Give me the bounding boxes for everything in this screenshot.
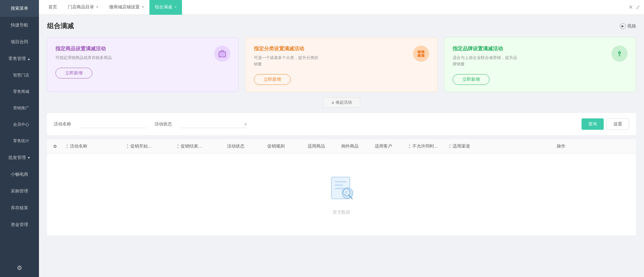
gear-icon: ⚙	[53, 144, 57, 149]
th-promo-start-label: 促销开始...	[130, 143, 151, 149]
th-gear[interactable]: ⚙	[47, 139, 63, 153]
th-action: 操作	[486, 139, 636, 153]
sidebar-item-retail-management[interactable]: 零售管理 ▲	[0, 50, 39, 67]
sidebar-item-label: 快捷导航	[11, 22, 28, 27]
sidebar-item-label: 批发管理	[8, 155, 26, 161]
th-applicable-product: 适用商品	[305, 139, 338, 153]
collapse-label: 收起活动	[336, 100, 352, 105]
tab-home[interactable]: 首页	[43, 0, 62, 15]
brand-activity-card: 指定品牌设置满减活动 适合与上游企业联合做营销，提升品牌销量 立即新增	[444, 37, 636, 92]
th-promo-rule: 促销规则	[265, 139, 305, 153]
close-icon[interactable]: ×	[96, 0, 98, 14]
collapse-bar: ∧ 收起活动	[47, 97, 636, 108]
query-button[interactable]: 查询	[582, 118, 604, 130]
sidebar-item-quick-nav[interactable]: 快捷导航	[0, 17, 39, 34]
sidebar-item-label: 搜索菜单	[11, 6, 28, 11]
th-no-concurrent[interactable]: ▲▼ 不允许同时...	[406, 139, 446, 153]
sidebar-item-label: 库存核算	[11, 205, 28, 210]
close-icon[interactable]: ×	[142, 0, 144, 14]
sidebar-item-label: 智慧门店	[13, 73, 29, 77]
th-activity-name[interactable]: ▲▼ 活动名称	[63, 139, 124, 153]
th-applicable-channel-label: 适用渠道	[453, 143, 470, 149]
th-promo-start[interactable]: ▲▼ 促销开始...	[124, 139, 174, 153]
activity-status-select[interactable]: ∨	[180, 120, 247, 128]
product-activity-card: 指定商品设置满减活动 可指定滞销商品或库存较多商品 立即新增	[47, 37, 239, 92]
sidebar-item-inventory-accounting[interactable]: 库存核算	[0, 200, 39, 216]
window-expand-icon[interactable]: ⤢	[636, 4, 640, 10]
window-close-icon[interactable]: ✕	[629, 4, 633, 10]
sidebar-item-smart-store[interactable]: 智慧门店	[0, 67, 39, 84]
th-exception-product: 例外商品	[338, 139, 372, 153]
th-applicable-customer: 适用客户	[372, 139, 406, 153]
svg-rect-5	[421, 54, 424, 57]
svg-rect-11	[335, 188, 345, 189]
sidebar-item-purchase-management[interactable]: 采购管理	[0, 183, 39, 200]
data-table: ⚙ ▲▼ 活动名称 ▲▼ 促销开始... ▲▼ 促销结束... 活动状态	[47, 139, 636, 235]
sidebar: 搜索菜单 快捷导航 项目合同 零售管理 ▲ 智慧门店 零售商城 营销推广 会员中…	[0, 0, 39, 277]
chevron-down-icon: ▼	[27, 156, 31, 160]
page-title: 组合满减	[47, 21, 74, 31]
svg-rect-10	[335, 184, 343, 186]
tab-combo-discount[interactable]: 组合满减 ×	[149, 0, 182, 15]
close-icon[interactable]: ×	[174, 0, 177, 14]
th-activity-name-label: 活动名称	[70, 143, 87, 149]
th-no-concurrent-label: 不允许同时...	[412, 143, 438, 149]
svg-point-13	[343, 189, 350, 196]
empty-text: 暂无数据	[333, 209, 350, 215]
sidebar-item-label: 会员中心	[13, 122, 29, 127]
activity-name-filter-label: 活动名称	[54, 121, 71, 127]
th-applicable-customer-label: 适用客户	[375, 143, 392, 149]
sidebar-item-label: 项目合同	[11, 39, 28, 44]
tab-combo-discount-label: 组合满减	[155, 0, 172, 14]
play-icon: ▶	[620, 23, 626, 29]
th-action-label: 操作	[557, 143, 565, 149]
th-promo-end-label: 促销结束...	[181, 143, 202, 149]
sidebar-item-finance-management[interactable]: 资金管理	[0, 216, 39, 233]
empty-state: 暂无数据	[47, 154, 636, 235]
product-card-icon	[214, 46, 230, 62]
svg-rect-0	[219, 52, 226, 57]
brand-card-desc: 适合与上游企业联合做营销，提升品牌销量	[453, 55, 520, 67]
sidebar-item-wholesale-management[interactable]: 批发管理 ▼	[0, 149, 39, 166]
product-card-desc: 可指定滞销商品或库存较多商品	[55, 55, 123, 61]
sidebar-item-label: 零售管理	[8, 56, 26, 62]
sidebar-item-label: 小畅电商	[11, 172, 28, 177]
video-link[interactable]: ▶ 视频	[620, 23, 636, 29]
sidebar-item-member-center[interactable]: 会员中心	[0, 116, 39, 133]
sidebar-item-marketing[interactable]: 营销推广	[0, 100, 39, 116]
sidebar-item-retail-stats[interactable]: 零售统计	[0, 133, 39, 149]
sort-icon: ▲▼	[126, 143, 129, 149]
tab-right-icons: ✕ ⤢	[629, 4, 640, 10]
chevron-down-icon: ∨	[244, 122, 247, 126]
th-promo-end[interactable]: ▲▼ 促销结束...	[174, 139, 224, 153]
sort-icon: ▲▼	[449, 143, 451, 149]
sidebar-item-project-contract[interactable]: 项目合同	[0, 34, 39, 50]
th-applicable-channel[interactable]: ▲▼ 适用渠道	[446, 139, 486, 153]
sidebar-item-retail-mall[interactable]: 零售商城	[0, 84, 39, 100]
activity-name-input[interactable]	[79, 120, 146, 128]
category-card-add-button[interactable]: 立即新增	[254, 74, 291, 85]
setting-button[interactable]: 设置	[606, 118, 629, 130]
brand-card-add-button[interactable]: 立即新增	[453, 74, 490, 85]
page-content: 组合满减 ▶ 视频 指定商品设置满减活动 可指定滞销商品或库存较多商品	[39, 15, 644, 277]
video-label: 视频	[627, 23, 636, 29]
main-panel: 首页 门店商品目录 × 微商城店铺设置 × 组合满减 × ✕ ⤢ 组合满减 ▶ …	[39, 0, 644, 277]
category-card-title: 指定分类设置满减活动	[254, 46, 429, 52]
tab-wechat-store-settings[interactable]: 微商城店铺设置 ×	[104, 0, 149, 15]
sidebar-item-label: 零售商城	[13, 89, 29, 94]
sort-icon: ▲▼	[408, 143, 411, 149]
sidebar-item-label: 零售统计	[13, 138, 29, 143]
sidebar-item-xiochang-ecommerce[interactable]: 小畅电商	[0, 166, 39, 183]
svg-rect-9	[335, 181, 347, 182]
sidebar-settings-button[interactable]: ⚙	[0, 259, 39, 277]
page-header: 组合满减 ▶ 视频	[47, 21, 636, 31]
sidebar-item-search-menu[interactable]: 搜索菜单	[0, 0, 39, 17]
product-card-add-button[interactable]: 立即新增	[55, 68, 92, 78]
activity-cards: 指定商品设置满减活动 可指定滞销商品或库存较多商品 立即新增 指定分类设置满减活…	[47, 37, 636, 92]
th-exception-product-label: 例外商品	[341, 143, 359, 149]
collapse-button[interactable]: ∧ 收起活动	[323, 97, 360, 108]
sort-icon: ▲▼	[177, 143, 179, 149]
sort-icon: ▲▼	[66, 143, 68, 149]
table-header: ⚙ ▲▼ 活动名称 ▲▼ 促销开始... ▲▼ 促销结束... 活动状态	[47, 139, 636, 154]
tab-store-catalog[interactable]: 门店商品目录 ×	[62, 0, 104, 15]
